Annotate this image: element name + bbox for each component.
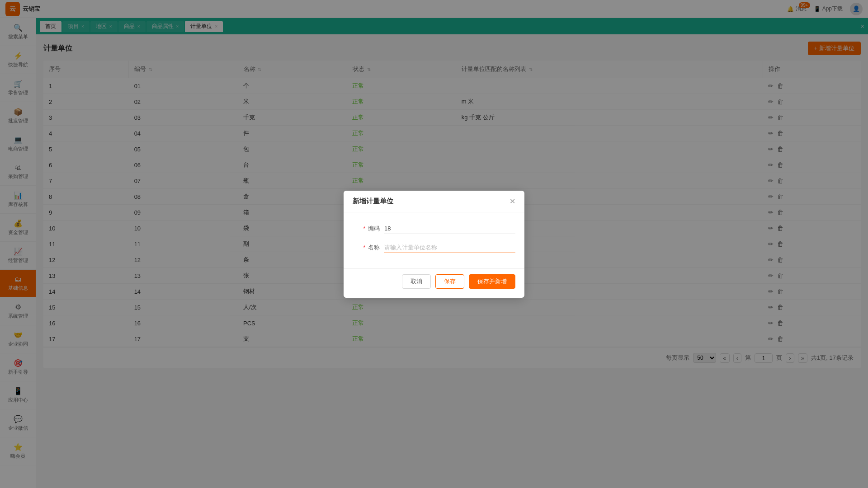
modal-close-button[interactable]: ✕ [509,197,515,206]
modal-body: * 编码 * 名称 [344,212,524,268]
modal-footer: 取消 保存 保存并新增 [344,268,524,298]
save-and-new-button[interactable]: 保存并新增 [469,274,515,289]
name-label: * 名称 [353,244,380,252]
form-row-code: * 编码 [353,223,515,234]
cancel-button[interactable]: 取消 [402,274,431,289]
save-button[interactable]: 保存 [435,274,464,289]
modal-header: 新增计量单位 ✕ [344,191,524,212]
modal-overlay[interactable]: 新增计量单位 ✕ * 编码 * 名称 取消 保存 保存并新增 [0,0,868,488]
required-star: * [363,244,365,251]
required-star: * [363,225,365,232]
code-label: * 编码 [353,225,380,233]
code-input[interactable] [384,223,515,234]
add-unit-modal: 新增计量单位 ✕ * 编码 * 名称 取消 保存 保存并新增 [344,191,524,298]
form-row-name: * 名称 [353,242,515,253]
name-input[interactable] [384,242,515,253]
modal-title: 新增计量单位 [353,197,393,206]
